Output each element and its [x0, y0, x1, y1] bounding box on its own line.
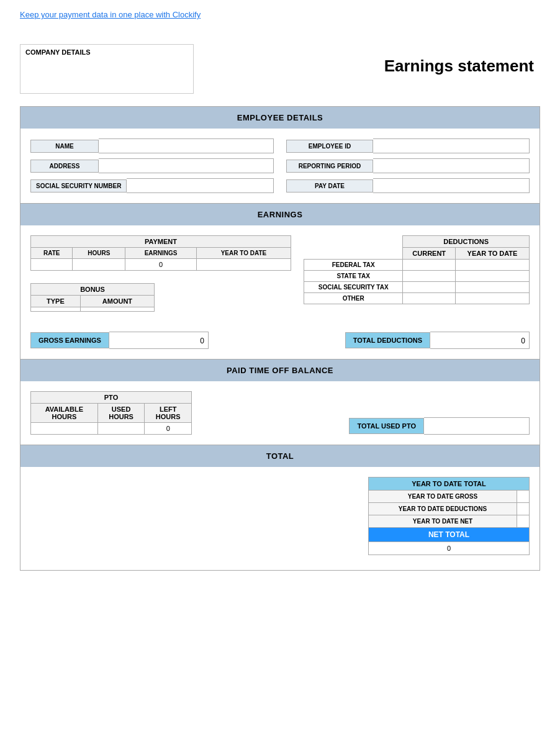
ytd-header: YEAR TO DATE TOTAL — [369, 478, 530, 491]
employee-details-body: NAME ADDRESS SOCIAL SECURITY NUMBER EMPL… — [20, 129, 540, 203]
ytd-net-row: YEAR TO DATE NET — [369, 515, 530, 528]
page-title: Earnings statement — [384, 44, 540, 76]
earnings-body: PAYMENT RATE HOURS EARNINGS YEAR TO DATE… — [20, 225, 540, 322]
employee-id-label: EMPLOYEE ID — [286, 140, 373, 153]
employee-details-header: EMPLOYEE DETAILS — [20, 107, 540, 129]
deductions-state: STATE TAX — [304, 271, 530, 282]
ss-tax-current — [403, 282, 456, 293]
reporting-period-input[interactable] — [373, 158, 530, 173]
earnings-section: EARNINGS PAYMENT RATE HOURS EARNINGS YEA… — [20, 204, 540, 360]
bonus-header: BONUS — [31, 284, 155, 296]
ssn-row: SOCIAL SECURITY NUMBER — [30, 178, 274, 193]
pto-table: PTO AVAILABLEHOURS USEDHOURS LEFTHOURS 0 — [30, 391, 192, 435]
ss-tax-label: SOCIAL SECURITY TAX — [304, 282, 403, 293]
bonus-type — [31, 307, 81, 312]
ytd-deductions-value — [517, 503, 530, 515]
state-tax-ytd — [456, 271, 530, 282]
total-used-pto-label: TOTAL USED PTO — [349, 418, 424, 434]
other-label: OTHER — [304, 293, 403, 304]
deductions-ss: SOCIAL SECURITY TAX — [304, 282, 530, 293]
address-input[interactable] — [99, 158, 274, 173]
pay-date-input[interactable] — [373, 178, 530, 193]
payment-table: PAYMENT RATE HOURS EARNINGS YEAR TO DATE… — [30, 235, 291, 271]
earnings-totals: GROSS EARNINGS 0 TOTAL DEDUCTIONS 0 — [20, 332, 540, 359]
federal-tax-label: FEDERAL TAX — [304, 260, 403, 271]
total-section: TOTAL YEAR TO DATE TOTAL YEAR TO DATE GR… — [20, 445, 540, 571]
payment-hours — [73, 259, 125, 271]
total-used-pto-box: TOTAL USED PTO — [349, 417, 530, 435]
pto-used — [97, 423, 145, 435]
pto-available — [31, 423, 98, 435]
page-header: COMPANY DETAILS Earnings statement — [20, 44, 540, 94]
pto-left: 0 — [145, 423, 192, 435]
net-total-value: 0 — [369, 542, 530, 555]
deductions-federal: FEDERAL TAX — [304, 260, 530, 271]
pay-date-row: PAY DATE — [286, 178, 530, 193]
total-deductions-box: TOTAL DEDUCTIONS 0 — [345, 332, 530, 349]
reporting-period-label: REPORTING PERIOD — [286, 160, 373, 173]
total-section-header: TOTAL — [20, 445, 540, 467]
deductions-other: OTHER — [304, 293, 530, 304]
earnings-right: DEDUCTIONS CURRENT YEAR TO DATE FEDERAL … — [304, 235, 530, 312]
payment-col-hours: HOURS — [73, 248, 125, 259]
company-details-label: COMPANY DETAILS — [25, 48, 91, 56]
pto-section: PAID TIME OFF BALANCE PTO AVAILABLEHOURS… — [20, 360, 540, 445]
deductions-col-ytd: YEAR TO DATE — [456, 248, 530, 260]
state-tax-current — [403, 271, 456, 282]
ytd-table: YEAR TO DATE TOTAL YEAR TO DATE GROSS YE… — [368, 477, 530, 555]
employee-id-row: EMPLOYEE ID — [286, 138, 530, 153]
ytd-deductions-row: YEAR TO DATE DEDUCTIONS — [369, 503, 530, 515]
bonus-col-amount: AMOUNT — [80, 296, 154, 307]
deductions-table: DEDUCTIONS CURRENT YEAR TO DATE FEDERAL … — [304, 235, 530, 304]
bonus-col-type: TYPE — [31, 296, 81, 307]
name-row: NAME — [30, 138, 274, 153]
ssn-input[interactable] — [127, 178, 274, 193]
pto-col-used: USEDHOURS — [97, 404, 145, 423]
bonus-amount — [80, 307, 154, 312]
ytd-container: YEAR TO DATE TOTAL YEAR TO DATE GROSS YE… — [368, 477, 530, 555]
pto-col-available: AVAILABLEHOURS — [31, 404, 98, 423]
company-details-box: COMPANY DETAILS — [20, 44, 194, 94]
other-ytd — [456, 293, 530, 304]
total-section-body: YEAR TO DATE TOTAL YEAR TO DATE GROSS YE… — [20, 467, 540, 570]
pto-row: 0 — [31, 423, 192, 435]
bonus-table: BONUS TYPE AMOUNT — [30, 283, 155, 312]
ssn-label: SOCIAL SECURITY NUMBER — [30, 179, 127, 192]
pay-date-label: PAY DATE — [286, 179, 373, 192]
payment-col-rate: RATE — [31, 248, 73, 259]
employee-col-left: NAME ADDRESS SOCIAL SECURITY NUMBER — [30, 138, 274, 193]
state-tax-label: STATE TAX — [304, 271, 403, 282]
federal-tax-ytd — [456, 260, 530, 271]
net-total-value-row: 0 — [369, 542, 530, 555]
employee-id-input[interactable] — [373, 138, 530, 153]
payment-col-ytd: YEAR TO DATE — [196, 248, 291, 259]
payment-rate — [31, 259, 73, 271]
payment-col-earnings: EARNINGS — [125, 248, 197, 259]
address-row: ADDRESS — [30, 158, 274, 173]
payment-ytd — [196, 259, 291, 271]
employee-grid: NAME ADDRESS SOCIAL SECURITY NUMBER EMPL… — [30, 138, 530, 193]
ytd-gross-value — [517, 491, 530, 503]
pto-col-left: LEFTHOURS — [145, 404, 192, 423]
earnings-left: PAYMENT RATE HOURS EARNINGS YEAR TO DATE… — [30, 235, 291, 312]
federal-tax-current — [403, 260, 456, 271]
employee-details-section: EMPLOYEE DETAILS NAME ADDRESS SOCIAL SEC… — [20, 106, 540, 204]
net-total-header: NET TOTAL — [369, 528, 530, 542]
ytd-net-value — [517, 515, 530, 528]
pto-table-header: PTO — [31, 392, 192, 404]
address-label: ADDRESS — [30, 160, 99, 173]
net-total-row: NET TOTAL — [369, 528, 530, 542]
payment-earnings: 0 — [125, 259, 197, 271]
gross-earnings-value: 0 — [109, 332, 209, 349]
deductions-col-current: CURRENT — [403, 248, 456, 260]
clockify-link[interactable]: Keep your payment data in one place with… — [20, 10, 540, 19]
payment-row: 0 — [31, 259, 291, 271]
ytd-deductions-label: YEAR TO DATE DEDUCTIONS — [369, 503, 517, 515]
other-current — [403, 293, 456, 304]
earnings-header: EARNINGS — [20, 204, 540, 225]
pto-header: PAID TIME OFF BALANCE — [20, 360, 540, 381]
ytd-net-label: YEAR TO DATE NET — [369, 515, 517, 528]
bonus-row — [31, 307, 155, 312]
total-used-pto-value — [424, 417, 530, 435]
name-input[interactable] — [99, 138, 274, 153]
